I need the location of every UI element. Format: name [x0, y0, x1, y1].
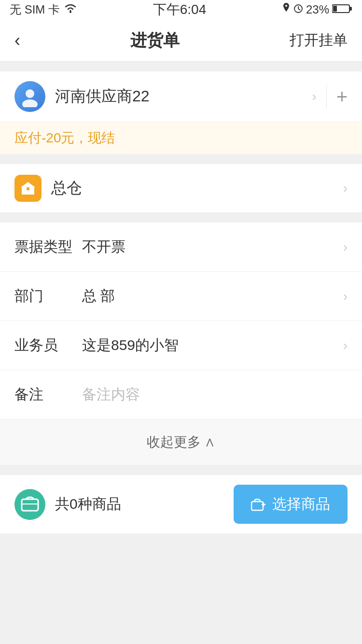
- sim-text: 无 SIM 卡: [10, 2, 60, 17]
- department-chevron-icon: ›: [343, 289, 348, 304]
- status-left: 无 SIM 卡: [10, 2, 77, 17]
- warehouse-row[interactable]: 总仓 ›: [0, 164, 362, 212]
- page-title: 进货单: [130, 29, 180, 52]
- svg-point-7: [26, 89, 34, 98]
- remark-row[interactable]: 备注 备注内容: [0, 370, 362, 419]
- remark-placeholder[interactable]: 备注内容: [82, 385, 348, 405]
- collapse-text: 收起更多 ∧: [147, 434, 216, 449]
- open-pending-button[interactable]: 打开挂单: [290, 30, 348, 50]
- supplier-avatar: [14, 81, 45, 112]
- battery-percent: 23%: [306, 3, 329, 16]
- page-background: [0, 533, 362, 644]
- svg-point-0: [70, 11, 71, 13]
- battery-icon: [332, 3, 352, 16]
- department-label: 部门: [14, 286, 82, 306]
- back-button[interactable]: ‹: [14, 30, 20, 51]
- product-icon: [14, 489, 45, 520]
- svg-rect-10: [26, 190, 30, 195]
- salesperson-chevron-icon: ›: [343, 338, 348, 353]
- warehouse-section: 总仓 ›: [0, 164, 362, 212]
- salesperson-value: 这是859的小智: [82, 336, 343, 355]
- supplier-name: 河南供应商22: [55, 86, 312, 107]
- svg-point-8: [22, 99, 38, 107]
- svg-rect-11: [27, 187, 29, 190]
- invoice-type-label: 票据类型: [14, 237, 82, 257]
- section-divider-1: [0, 62, 362, 71]
- product-count: 共0种商品: [55, 494, 224, 514]
- invoice-type-row[interactable]: 票据类型 不开票 ›: [0, 222, 362, 271]
- section-divider-4: [0, 465, 362, 475]
- location-icon: [282, 3, 291, 16]
- salesperson-label: 业务员: [14, 336, 82, 355]
- collapse-row[interactable]: 收起更多 ∧: [0, 419, 362, 465]
- section-divider-2: [0, 154, 362, 164]
- svg-line-3: [298, 9, 300, 10]
- remark-label: 备注: [14, 385, 82, 405]
- svg-rect-14: [251, 502, 263, 510]
- warehouse-icon: [14, 175, 42, 202]
- add-supplier-button[interactable]: +: [336, 86, 348, 108]
- svg-rect-5: [349, 7, 352, 11]
- select-btn-label: 选择商品: [272, 494, 330, 514]
- supplier-row[interactable]: 河南供应商22 › +: [0, 71, 362, 122]
- department-value: 总 部: [82, 286, 343, 306]
- svg-rect-6: [333, 6, 337, 12]
- status-right: 23%: [282, 3, 352, 16]
- bottom-bar: 共0种商品 选择商品: [0, 475, 362, 533]
- section-divider-3: [0, 212, 362, 222]
- warehouse-name: 总仓: [51, 178, 343, 199]
- warehouse-chevron-icon: ›: [343, 181, 348, 196]
- invoice-chevron-icon: ›: [343, 239, 348, 255]
- status-bar: 无 SIM 卡 下午6:04 23%: [0, 0, 362, 19]
- supplier-section: 河南供应商22 › + 应付-20元，现结: [0, 71, 362, 154]
- wifi-icon: [64, 3, 77, 16]
- alert-text: 应付-20元，现结: [14, 130, 115, 145]
- svg-rect-12: [22, 499, 38, 511]
- clock-icon: [293, 3, 303, 16]
- salesperson-row[interactable]: 业务员 这是859的小智 ›: [0, 321, 362, 370]
- form-section: 票据类型 不开票 › 部门 总 部 › 业务员 这是859的小智 › 备注 备注…: [0, 222, 362, 419]
- department-row[interactable]: 部门 总 部 ›: [0, 271, 362, 321]
- invoice-type-value: 不开票: [82, 237, 343, 257]
- vertical-divider: [326, 85, 327, 108]
- alert-row: 应付-20元，现结: [0, 122, 362, 154]
- supplier-chevron-icon: ›: [312, 89, 316, 104]
- select-product-button[interactable]: 选择商品: [234, 485, 348, 524]
- status-time: 下午6:04: [153, 0, 207, 19]
- nav-bar: ‹ 进货单 打开挂单: [0, 19, 362, 62]
